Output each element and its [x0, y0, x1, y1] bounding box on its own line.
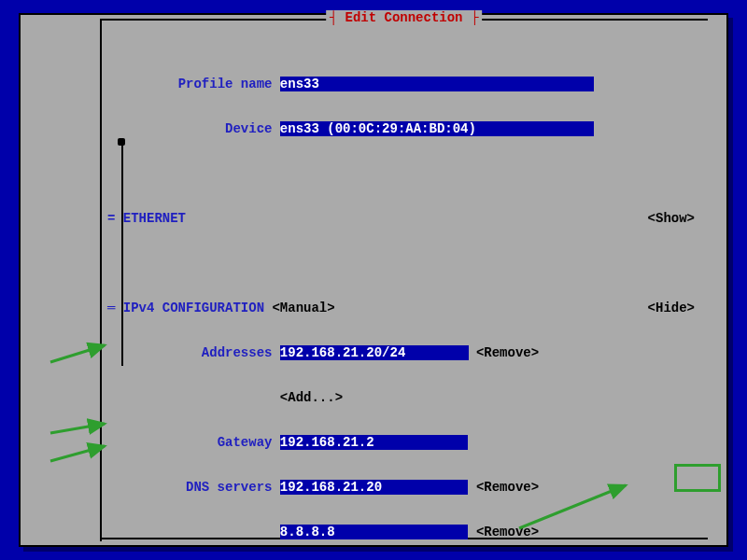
ipv4-section: ═ IPv4 CONFIGURATION — [107, 301, 264, 315]
dialog-content: Profile name ens33 Device ens33 (00:0C:2… — [107, 32, 700, 532]
ethernet-section: = ETHERNET — [107, 211, 186, 226]
ethernet-show-button[interactable]: <Show> — [648, 211, 695, 226]
dns-remove-button-1[interactable]: <Remove> — [476, 480, 539, 495]
profile-name-label: Profile name — [178, 77, 273, 91]
ipv4-hide-button[interactable]: <Hide> — [648, 301, 695, 315]
edit-connection-dialog: ┤ Edit Connection ├ Profile name ens33 D… — [100, 19, 708, 541]
border-left — [100, 19, 104, 541]
gateway-label: Gateway — [218, 435, 273, 450]
svg-line-1 — [50, 424, 105, 433]
dns-input-1[interactable]: 192.168.21.20 — [280, 480, 469, 495]
svg-line-2 — [50, 446, 105, 461]
dns-label: DNS servers — [186, 480, 272, 495]
address-input-1[interactable]: 192.168.21.20/24 — [280, 345, 469, 360]
dns-remove-button-2[interactable]: <Remove> — [476, 525, 539, 539]
dialog-title: ┤ Edit Connection ├ — [326, 10, 483, 25]
device-input[interactable]: ens33 (00:0C:29:AA:BD:04) — [280, 121, 594, 136]
dialog-frame: ┤ Edit Connection ├ Profile name ens33 D… — [19, 13, 728, 547]
section-tree-line — [121, 138, 123, 366]
device-label: Device — [225, 121, 272, 136]
annotation-highlight-box — [674, 464, 721, 492]
addresses-label: Addresses — [202, 345, 273, 360]
gateway-input[interactable]: 192.168.21.2 — [280, 435, 469, 450]
address-add-button[interactable]: <Add...> — [280, 390, 343, 405]
profile-name-input[interactable]: ens33 — [280, 77, 594, 91]
ipv4-mode-select[interactable]: <Manual> — [272, 301, 334, 315]
dns-input-2[interactable]: 8.8.8.8 — [280, 525, 469, 539]
address-remove-button[interactable]: <Remove> — [476, 345, 539, 360]
svg-line-0 — [50, 345, 105, 362]
